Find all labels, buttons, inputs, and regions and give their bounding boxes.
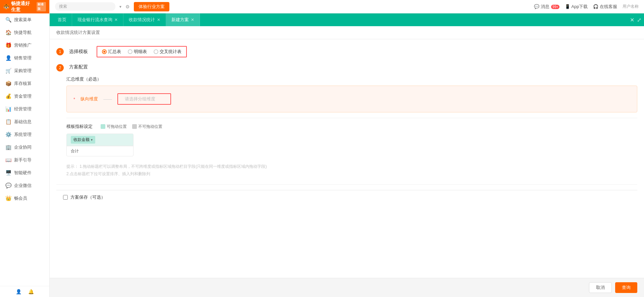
sidebar-item-sales[interactable]: 👤 销售管理 (0, 52, 49, 64)
dim-select-placeholder[interactable]: 请选择分组维度 (117, 93, 171, 105)
sidebar-item-label: 畅会员 (14, 195, 27, 201)
indicator-title: 模板指标设定 (66, 123, 93, 130)
logo-icon: 🐯 (3, 4, 9, 9)
profile-icon[interactable]: 👤 (16, 289, 21, 294)
sidebar-item-corp-wechat[interactable]: 💬 企业微信 (0, 179, 49, 192)
step1-badge: 1 (56, 48, 64, 55)
sidebar-item-inventory[interactable]: 📦 库存核算 (0, 77, 49, 90)
bell-icon[interactable]: 🔔 (28, 289, 34, 294)
non-droppable-label: 不可拖动位置 (138, 124, 162, 130)
save-label: 方案保存（可选） (70, 194, 105, 200)
sidebar-item-label: 采购管理 (14, 68, 32, 74)
hint-1: 提示： 1.拖动标题栏可以调整布局，不可跨维度或指标区域拖动栏目字段(只能在同一… (66, 163, 637, 170)
radio-cross[interactable]: 交叉统计表 (154, 49, 181, 55)
sidebar-item-label: 新手引导 (14, 157, 32, 163)
stat-subtotal-row: 合计 (67, 146, 133, 156)
sidebar-item-newbie[interactable]: 📖 新手引导 (0, 154, 49, 166)
notification-item[interactable]: 💬 消息 99+ (534, 4, 559, 10)
tab-close-window-icon[interactable]: ✕ (630, 17, 634, 23)
base-info-icon: 📋 (5, 119, 11, 125)
corp-wechat-icon: 💬 (5, 183, 11, 189)
gear-icon[interactable]: ⚙ (125, 4, 130, 9)
step2-row: 2 方案配置 (56, 64, 637, 71)
app-logo: 🐯 畅捷通好生意 标准版 (0, 0, 49, 13)
finance-icon: 💰 (5, 93, 11, 99)
tab-bar: 首页 现金银行流水查询 ✕ 收款情况统计 ✕ 新建方案 ✕ ✕ ⤢ (50, 13, 644, 26)
sidebar-item-finance[interactable]: 💰 资金管理 (0, 90, 49, 103)
page-breadcrumb: 收款情况统计方案设置 (50, 26, 644, 39)
sidebar-item-label: 基础信息 (14, 119, 32, 125)
tab-receipt-stat[interactable]: 收款情况统计 ✕ (123, 13, 166, 26)
corp-coop-icon: 🏢 (5, 144, 11, 150)
sidebar-item-search-menu[interactable]: 🔍 搜索菜单 (0, 13, 49, 26)
sidebar-item-operations[interactable]: 📊 经营管理 (0, 103, 49, 115)
quick-nav-icon: 🏠 (5, 30, 11, 36)
marketing-icon: 🎁 (5, 42, 11, 48)
step1-label: 选择模板 (69, 49, 88, 55)
radio-detail[interactable]: 明细表 (128, 49, 147, 55)
step1-row: 1 选择模板 汇总表 明细表 交叉统计表 (56, 46, 637, 57)
radio-summary[interactable]: 汇总表 (102, 49, 121, 55)
indicator-section: 模板指标设定 可拖动位置 不可拖动位置 (66, 123, 637, 156)
sidebar-item-base-info[interactable]: 📋 基础信息 (0, 115, 49, 128)
stat-header: 收款金额 ▾ (67, 134, 133, 146)
sidebar-item-label: 营销推广 (14, 42, 32, 48)
search-menu-icon: 🔍 (5, 17, 11, 23)
sidebar-item-corp-coop[interactable]: 🏢 企业协同 (0, 141, 49, 154)
dropdown-arrow-icon[interactable]: ▾ (119, 4, 121, 9)
top-header: 搜索 ▾ ⚙ 体验行业方案 💬 消息 99+ 📱 App下载 🎧 在线客服 用户… (50, 0, 644, 13)
radio-detail-circle (128, 49, 132, 54)
sidebar-item-label: 企业微信 (14, 183, 32, 189)
app-download-item[interactable]: 📱 App下载 (565, 4, 588, 10)
sidebar-item-smart-hw[interactable]: 🖥️ 智能硬件 (0, 166, 49, 179)
stat-tag-label: 收款金额 (73, 137, 90, 143)
sidebar-item-vip[interactable]: 👑 畅会员 (0, 192, 49, 205)
radio-cross-circle (154, 49, 158, 54)
sidebar-item-sys-mgmt[interactable]: ⚙️ 系统管理 (0, 128, 49, 141)
form-section: 1 选择模板 汇总表 明细表 交叉统计表 (50, 39, 644, 278)
search-bar[interactable]: 搜索 (55, 2, 115, 11)
tab-new-plan-close[interactable]: ✕ (191, 17, 194, 22)
sidebar-item-marketing[interactable]: 🎁 营销推广 (0, 39, 49, 52)
sidebar-item-label: 资金管理 (14, 93, 32, 99)
radio-cross-label: 交叉统计表 (160, 49, 181, 55)
stat-table: 收款金额 ▾ 合计 (66, 134, 133, 156)
tab-home[interactable]: 首页 (52, 13, 72, 26)
vip-icon: 👑 (5, 195, 11, 201)
droppable-label: 可拖动位置 (107, 124, 127, 130)
operations-icon: 📊 (5, 106, 11, 112)
tab-bank-flow-close[interactable]: ✕ (114, 17, 118, 22)
tab-bar-actions: ✕ ⤢ (630, 17, 641, 23)
save-checkbox[interactable] (63, 195, 68, 200)
required-mark: * (73, 97, 75, 102)
smart-hw-icon: 🖥️ (5, 170, 11, 176)
sidebar-item-quick-nav[interactable]: 🏠 快捷导航 (0, 26, 49, 39)
content-area: 收款情况统计方案设置 1 选择模板 汇总表 明细表 (50, 26, 644, 297)
app-download-label: App下载 (571, 4, 588, 9)
sys-mgmt-icon: ⚙️ (5, 132, 11, 138)
sidebar-item-label: 搜索菜单 (14, 17, 32, 23)
step1-content: 汇总表 明细表 交叉统计表 (97, 46, 187, 57)
footer: 取消 查询 (50, 278, 644, 297)
tab-bank-flow[interactable]: 现金银行流水查询 ✕ (72, 13, 123, 26)
tab-home-label: 首页 (58, 17, 66, 23)
online-service-item[interactable]: 🎧 在线客服 (593, 4, 617, 10)
tab-new-plan[interactable]: 新建方案 ✕ (166, 13, 200, 26)
query-button[interactable]: 查询 (615, 282, 637, 293)
step2-label: 方案配置 (69, 64, 88, 70)
indicator-legend: 模板指标设定 可拖动位置 不可拖动位置 (66, 123, 637, 130)
breadcrumb-text: 收款情况统计方案设置 (56, 30, 100, 35)
radio-summary-circle (102, 49, 107, 54)
inventory-icon: 📦 (5, 81, 11, 87)
tab-maximize-icon[interactable]: ⤢ (637, 17, 641, 23)
sidebar: 🐯 畅捷通好生意 标准版 🔍 搜索菜单 🏠 快捷导航 🎁 营销推广 👤 销售管理… (0, 0, 50, 297)
sidebar-item-purchase[interactable]: 🛒 采购管理 (0, 64, 49, 77)
save-divider (56, 184, 637, 185)
tab-receipt-stat-close[interactable]: ✕ (157, 17, 160, 22)
cancel-button[interactable]: 取消 (589, 282, 612, 293)
step2-badge: 2 (56, 64, 64, 71)
stat-tag[interactable]: 收款金额 ▾ (71, 136, 95, 144)
trial-button[interactable]: 体验行业方案 (134, 2, 169, 11)
app-version: 标准版 (37, 2, 46, 11)
tab-receipt-stat-label: 收款情况统计 (129, 17, 155, 23)
